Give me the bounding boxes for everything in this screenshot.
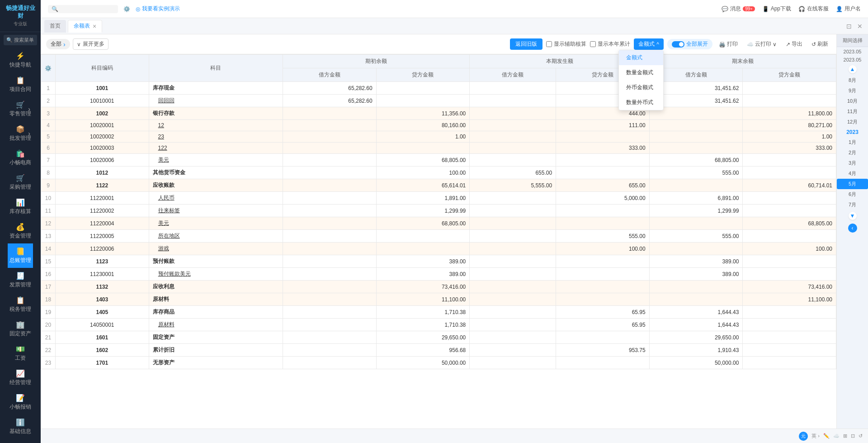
opening-credit: 68,805.00 xyxy=(376,217,470,230)
print-button[interactable]: 🖨️ 打印 xyxy=(716,39,741,49)
ytd-checkbox-input[interactable] xyxy=(590,41,596,47)
lang-label[interactable]: 英 › xyxy=(811,433,820,439)
row-name[interactable]: 回回回 xyxy=(149,95,283,107)
row-name[interactable]: 12 xyxy=(149,120,283,131)
opening-credit: 1.00 xyxy=(376,131,470,143)
auxiliary-checkbox-input[interactable] xyxy=(546,41,552,47)
window-restore-button[interactable]: ⊡ xyxy=(844,22,854,31)
period-month-2023[interactable]: 2023 xyxy=(837,127,868,137)
refresh-button[interactable]: ↺ 刷新 xyxy=(809,39,831,49)
period-month-5月[interactable]: 5月 xyxy=(837,179,868,189)
sidebar-item-总账管理[interactable]: 📒总账管理 xyxy=(8,243,33,268)
row-name[interactable]: 美元 xyxy=(149,217,283,230)
window-close-button[interactable]: ✕ xyxy=(855,22,864,31)
settings-icon-top[interactable]: ⚙️ xyxy=(123,6,130,12)
format-button[interactable]: 金额式 ^ xyxy=(634,38,664,50)
messages-button[interactable]: 💬 消息 99+ xyxy=(722,5,755,13)
sidebar-item-经营管理[interactable]: 📈经营管理 xyxy=(8,366,33,390)
period-month-6月[interactable]: 6月 xyxy=(837,189,868,200)
row-name[interactable]: 人民币 xyxy=(149,192,283,205)
toggle-all-button[interactable]: 全部展开 xyxy=(667,39,712,49)
sidebar-item-零售管理[interactable]: 🛒零售管理 xyxy=(8,97,33,121)
closing-debit: 1,644.43 xyxy=(649,306,743,319)
row-name[interactable]: 原材料 xyxy=(149,319,283,331)
user-avatar[interactable]: 👤 用户名 xyxy=(836,5,861,13)
row-name[interactable]: 预付账款美元 xyxy=(149,268,283,281)
edit-icon[interactable]: ✏️ xyxy=(823,433,830,439)
toggle-switch[interactable] xyxy=(672,41,684,48)
sidebar-item-库存核算[interactable]: 📊库存核算 xyxy=(8,195,33,219)
cloud-print-button[interactable]: ☁️ 云打印 ∨ xyxy=(744,39,779,49)
top-search-input[interactable] xyxy=(60,6,114,12)
online-service-button[interactable]: 🎧 在线客服 xyxy=(798,5,829,13)
sidebar-item-资金管理[interactable]: 💰资金管理 xyxy=(8,219,33,243)
settings-col-header[interactable]: ⚙️ xyxy=(41,55,56,82)
sidebar-item-固定资产[interactable]: 🏢固定资产 xyxy=(8,317,33,341)
cloud-icon[interactable]: ☁️ xyxy=(833,433,840,439)
period-month-12月[interactable]: 12月 xyxy=(837,117,868,127)
box-icon[interactable]: ⊡ xyxy=(851,433,855,439)
breadcrumb-arrow-icon: › xyxy=(63,41,66,48)
row-name[interactable]: 往来标签 xyxy=(149,205,283,217)
show-auxiliary-checkbox[interactable]: 显示辅助核算 xyxy=(546,40,586,48)
toolbar-right: 返回旧版 显示辅助核算 显示本年累计 金额式 ^ xyxy=(510,38,831,50)
toolbar-left: 全部 › ∨ 展开更多 xyxy=(46,38,108,50)
app-download-button[interactable]: 📱 App下载 xyxy=(762,5,791,13)
reset-icon[interactable]: ↺ xyxy=(859,433,863,439)
row-name[interactable]: 美元 xyxy=(149,154,283,167)
return-old-version-button[interactable]: 返回旧版 xyxy=(510,38,542,50)
expand-button[interactable]: ∨ 展开更多 xyxy=(73,38,108,50)
row-name[interactable]: 23 xyxy=(149,131,283,143)
period-down-button[interactable]: ▼ xyxy=(849,212,857,220)
sidebar-item-工资[interactable]: 💵工资 xyxy=(8,341,33,366)
grid-icon[interactable]: ⊞ xyxy=(843,433,847,439)
sidebar-item-发票管理[interactable]: 🧾发票管理 xyxy=(8,268,33,292)
row-num: 19 xyxy=(41,306,56,319)
period-credit: 111.00 xyxy=(556,120,650,131)
row-code: 11230001 xyxy=(56,268,149,281)
breadcrumb-all[interactable]: 全部 › xyxy=(46,39,70,49)
period-month-4月[interactable]: 4月 xyxy=(837,168,868,179)
period-month-9月[interactable]: 9月 xyxy=(837,86,868,96)
sidebar-item-小畅报销[interactable]: 📝小畅报销 xyxy=(8,390,33,414)
closing-credit: 1.00 xyxy=(743,131,836,143)
period-up-button[interactable]: ▲ xyxy=(849,65,857,73)
demo-link[interactable]: ◎ 我要看实例演示 xyxy=(136,5,180,13)
sidebar-item-批发管理[interactable]: 📦批发管理 xyxy=(8,121,33,146)
tab-close-button[interactable]: × xyxy=(93,23,96,30)
sidebar-item-采购管理[interactable]: 🛒采购管理 xyxy=(8,170,33,195)
sidebar-item-小畅电商[interactable]: 🛍️小畅电商 xyxy=(8,146,33,170)
tab-home[interactable]: 首页 xyxy=(44,20,66,33)
period-month-11月[interactable]: 11月 xyxy=(837,106,868,117)
sidebar-item-税务管理[interactable]: 📋税务管理 xyxy=(8,292,33,317)
download-icon: 📱 xyxy=(762,6,769,12)
period-month-1月[interactable]: 1月 xyxy=(837,137,868,148)
sidebar-item-快捷导航[interactable]: ⚡快捷导航 xyxy=(8,48,33,72)
row-name[interactable]: 122 xyxy=(149,143,283,154)
row-name[interactable]: 所在地区 xyxy=(149,230,283,243)
search-menu-button[interactable]: 🔍 搜索菜单 xyxy=(4,35,37,45)
period-month-2月[interactable]: 2月 xyxy=(837,148,868,158)
sidebar-item-项目合同[interactable]: 📋项目合同 xyxy=(8,72,33,97)
period-credit xyxy=(556,281,650,293)
period-month-7月[interactable]: 7月 xyxy=(837,200,868,210)
cloud-print-arrow-icon: ∨ xyxy=(773,41,777,48)
show-ytd-checkbox[interactable]: 显示本年累计 xyxy=(590,40,630,48)
sidebar-item-基础信息[interactable]: ℹ️基础信息 xyxy=(8,414,33,439)
sidebar-item-系统管理[interactable]: ⚙️系统管理 xyxy=(8,439,33,443)
period-month-10月[interactable]: 10月 xyxy=(837,96,868,106)
format-option-foreign-amount[interactable]: 外币金额式 xyxy=(619,80,663,95)
row-code: 11220006 xyxy=(56,243,149,255)
period-month-8月[interactable]: 8月 xyxy=(837,75,868,86)
format-option-amount[interactable]: 金额式 xyxy=(619,50,663,65)
period-month-3月[interactable]: 3月 xyxy=(837,158,868,168)
tab-balance[interactable]: 余额表 × xyxy=(68,20,102,33)
format-option-qty-amount[interactable]: 数量金额式 xyxy=(619,65,663,80)
row-num: 5 xyxy=(41,131,56,143)
format-option-qty-foreign[interactable]: 数量外币式 xyxy=(619,95,663,110)
balance-table: ⚙️ 科目编码 科目 期初余额 本期发生额 期末余额 借方金额 贷方金额 借方金… xyxy=(41,54,836,369)
row-name[interactable]: 游戏 xyxy=(149,243,283,255)
period-collapse-button[interactable]: ‹ xyxy=(848,224,857,233)
currency-icon[interactable]: 元 xyxy=(799,432,808,441)
export-button[interactable]: ↗ 导出 xyxy=(783,39,805,49)
